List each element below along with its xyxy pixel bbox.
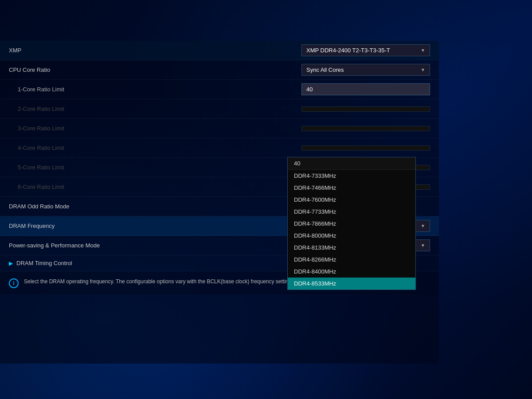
info-icon: i [9, 278, 19, 288]
core-ratio-1-label: 1-Core Ratio Limit [9, 86, 301, 93]
dram-timing-label: DRAM Timing Control [16, 260, 72, 266]
dram-frequency-label: DRAM Frequency [9, 223, 301, 229]
dropdown-item-ddr4-7866[interactable]: DDR4-7866MHz [288, 218, 415, 230]
expand-arrow-icon: ▶ [9, 260, 13, 266]
dropdown-item-ddr4-7466[interactable]: DDR4-7466MHz [288, 182, 415, 194]
core-ratio-1-value: 40 [301, 83, 430, 95]
chevron-down-icon2: ▼ [421, 67, 425, 72]
dropdown-item-ddr4-7733[interactable]: DDR4-7733MHz [288, 206, 415, 218]
dropdown-item-ddr4-8266[interactable]: DDR4-8266MHz [288, 254, 415, 266]
chevron-down-icon3: ▼ [421, 223, 425, 228]
dropdown-item-ddr4-8000[interactable]: DDR4-8000MHz [288, 230, 415, 242]
dropdown-current-value: 40 [288, 157, 415, 170]
core-ratio-2-value [301, 106, 430, 112]
cpu-core-ratio-row[interactable]: CPU Core Ratio Sync All Cores ▼ [0, 60, 439, 80]
core-ratio-3-input [301, 126, 430, 131]
xmp-value: XMP DDR4-2400 T2-T3-T3-35-T ▼ [301, 44, 430, 56]
core-ratio-4-label: 4-Core Ratio Limit [9, 145, 301, 151]
core-ratio-2-label: 2-Core Ratio Limit [9, 106, 301, 112]
cpu-core-ratio-label: CPU Core Ratio [9, 66, 301, 73]
dropdown-item-ddr4-8400[interactable]: DDR4-8400MHz [288, 266, 415, 278]
dram-frequency-dropdown-menu: 40 DDR4-7333MHz DDR4-7466MHz DDR4-7600MH… [287, 157, 416, 290]
core-ratio-6-label: 6-Core Ratio Limit [9, 184, 301, 190]
core-ratio-4-value [301, 145, 430, 151]
xmp-dropdown[interactable]: XMP DDR4-2400 T2-T3-T3-35-T ▼ [301, 44, 430, 56]
dropdown-item-ddr4-8533[interactable]: DDR4-8533MHz [288, 278, 415, 289]
dropdown-item-ddr4-7333[interactable]: DDR4-7333MHz [288, 170, 415, 182]
core-ratio-1-input[interactable]: 40 [301, 83, 430, 95]
core-ratio-5-label: 5-Core Ratio Limit [9, 164, 301, 171]
dropdown-item-ddr4-8133[interactable]: DDR4-8133MHz [288, 242, 415, 254]
core-ratio-4-input [301, 145, 430, 151]
power-saving-label: Power-saving & Performance Mode [9, 242, 301, 249]
main-panel: XMP XMP DDR4-2400 T2-T3-T3-35-T ▼ CPU Co… [0, 41, 439, 364]
core-ratio-1-row[interactable]: 1-Core Ratio Limit 40 [0, 80, 439, 99]
core-ratio-3-label: 3-Core Ratio Limit [9, 125, 301, 132]
cpu-core-ratio-dropdown[interactable]: Sync All Cores ▼ [301, 64, 430, 76]
cpu-core-ratio-value: Sync All Cores ▼ [301, 64, 430, 76]
chevron-down-icon4: ▼ [421, 243, 425, 248]
core-ratio-3-row: 3-Core Ratio Limit [0, 119, 439, 138]
xmp-setting-row[interactable]: XMP XMP DDR4-2400 T2-T3-T3-35-T ▼ [0, 41, 439, 60]
core-ratio-2-row: 2-Core Ratio Limit [0, 99, 439, 119]
dropdown-item-ddr4-7600[interactable]: DDR4-7600MHz [288, 194, 415, 206]
core-ratio-3-value [301, 126, 430, 131]
core-ratio-2-input [301, 106, 430, 112]
chevron-down-icon: ▼ [421, 48, 425, 53]
core-ratio-4-row: 4-Core Ratio Limit [0, 138, 439, 158]
xmp-label: XMP [9, 47, 301, 54]
